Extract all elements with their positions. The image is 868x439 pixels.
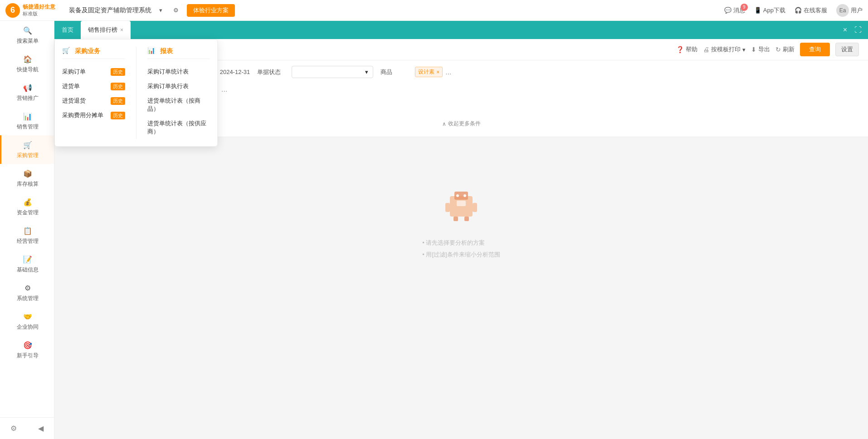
menu-item-purchase-expense-badge: 历史 (111, 112, 125, 119)
goods-tag-close[interactable]: × (436, 69, 439, 75)
purchase-section-title: 🛒 采购业务 (62, 47, 125, 59)
online-service-btn[interactable]: 🎧 在线客服 (795, 6, 827, 15)
sidebar-item-marketing[interactable]: 📢 营销推广 (0, 78, 54, 107)
refresh-btn[interactable]: ↻ 刷新 (775, 45, 795, 54)
purchase-section-icon: 🛒 (62, 47, 71, 56)
menu-item-report-1-label: 采购订单统计表 (147, 68, 189, 76)
menu-item-report-1[interactable]: 采购订单统计表 (147, 64, 210, 79)
guide-icon: 🎯 (23, 340, 33, 350)
menu-item-purchase-incoming-badge: 历史 (111, 83, 125, 90)
avatar: Ea (836, 4, 849, 17)
sidebar-item-inventory[interactable]: 📦 库存核算 (0, 164, 54, 192)
sidebar-item-quick-nav[interactable]: 🏠 快捷导航 (0, 49, 54, 78)
settings-small-btn[interactable]: 设置 (835, 43, 859, 56)
headset-icon: 🎧 (795, 7, 802, 14)
refresh-label: 刷新 (783, 45, 795, 54)
goods-filter: 设计素 × ... (415, 67, 451, 77)
menu-item-report-2[interactable]: 采购订单执行表 (147, 79, 210, 94)
tab-close-btn[interactable]: × (120, 27, 123, 33)
svg-rect-7 (454, 217, 458, 221)
sidebar-item-label-cooperation: 企业协同 (17, 323, 39, 331)
logo-title: 畅捷通好生意 (23, 4, 55, 11)
help-btn[interactable]: ❓ 帮助 (676, 45, 697, 54)
print-dropdown-icon[interactable]: ▾ (742, 46, 746, 53)
header-middle: 装备及固定资产辅助管理系统 ▾ ⚙ 体验行业方案 (60, 4, 724, 17)
header-settings-icon[interactable]: ⚙ (170, 4, 182, 17)
app-download-btn[interactable]: 📱 App下载 (754, 6, 785, 15)
export-btn[interactable]: ⬇ 导出 (751, 45, 770, 54)
logo-icon: 6 (5, 3, 20, 18)
sidebar-item-search[interactable]: 🔍 搜索菜单 (0, 21, 54, 49)
menu-item-purchase-return[interactable]: 进货退货 历史 (62, 94, 125, 108)
goods-dots-btn[interactable]: ... (445, 68, 451, 76)
sidebar-item-system[interactable]: ⚙ 系统管理 (0, 278, 54, 307)
goods-tag: 设计素 × (415, 67, 443, 77)
report-section-title-text: 报表 (160, 47, 173, 55)
window-close-btn[interactable]: × (841, 24, 849, 36)
header-right: 💬 消息 9 📱 App下载 🎧 在线客服 Ea 用户 (724, 4, 863, 17)
help-icon: ❓ (676, 46, 684, 53)
industry-btn[interactable]: 体验行业方案 (187, 4, 235, 17)
svg-rect-8 (464, 217, 469, 221)
inventory-icon: 📦 (23, 168, 33, 178)
app-download-label: App下载 (763, 6, 785, 15)
collapse-label: 收起更多条件 (448, 120, 481, 128)
sidebar-settings-btn[interactable]: ⚙ (7, 422, 20, 434)
empty-hint-1: 请先选择要分析的方案 用[过滤]条件来缩小分析范围 (422, 237, 500, 261)
goods-tag-text: 设计素 (418, 68, 434, 76)
sidebar-item-label-system: 系统管理 (17, 295, 39, 302)
sidebar-item-label-marketing: 营销推广 (17, 94, 39, 102)
tab-sales-rank[interactable]: 销售排行榜 × (81, 21, 131, 39)
sidebar-item-label-sales: 销售管理 (17, 123, 39, 131)
sidebar-item-cooperation[interactable]: 🤝 企业协同 (0, 307, 54, 335)
svg-rect-4 (457, 201, 466, 206)
print-label: 按模板打印 (711, 45, 741, 54)
purchase-dropdown-menu: 🛒 采购业务 采购订单 历史 进货单 历史 进货退货 历史 采购费用分摊单 历史… (54, 39, 218, 147)
empty-state: 请先选择要分析的方案 用[过滤]条件来缩小分析范围 (54, 137, 868, 306)
doc-status-select[interactable]: ▾ (292, 66, 373, 78)
menu-item-purchase-expense[interactable]: 采购费用分摊单 历史 (62, 108, 125, 123)
collapse-icon: ∧ (442, 121, 446, 127)
menu-item-report-2-label: 采购订单执行表 (147, 82, 189, 90)
export-label: 导出 (758, 45, 770, 54)
print-icon: 🖨 (703, 46, 709, 53)
sidebar-item-purchase[interactable]: 🛒 采购管理 (0, 135, 54, 164)
tab-sales-rank-label: 销售排行榜 (88, 26, 117, 34)
print-btn[interactable]: 🖨 按模板打印 ▾ (703, 45, 746, 54)
sidebar-item-finance[interactable]: 💰 资金管理 (0, 192, 54, 221)
menu-item-purchase-incoming[interactable]: 进货单 历史 (62, 79, 125, 94)
search-icon: 🔍 (23, 25, 33, 35)
system-dropdown-btn[interactable]: ▾ (156, 6, 165, 15)
menu-item-purchase-incoming-label: 进货单 (62, 82, 80, 90)
tab-home[interactable]: 首页 (54, 21, 81, 39)
system-title: 装备及固定资产辅助管理系统 (69, 6, 151, 15)
menu-item-purchase-expense-label: 采购费用分摊单 (62, 111, 103, 119)
window-maximize-btn[interactable]: ⛶ (853, 24, 863, 36)
basic-info-icon: 📝 (23, 254, 33, 264)
sales-person-dots-btn[interactable]: ... (221, 85, 227, 94)
message-btn[interactable]: 💬 消息 9 (724, 6, 745, 15)
menu-item-report-3[interactable]: 进货单统计表（按商品） (147, 94, 210, 116)
svg-rect-6 (473, 203, 477, 212)
report-section-icon: 📊 (147, 47, 156, 56)
menu-item-report-4[interactable]: 进货单统计表（按供应商） (147, 116, 210, 139)
operation-icon: 📋 (23, 226, 33, 236)
sidebar-item-basic-info[interactable]: 📝 基础信息 (0, 250, 54, 278)
menu-divider (136, 47, 137, 139)
svg-rect-5 (445, 203, 450, 212)
sidebar-item-guide[interactable]: 🎯 新手引导 (0, 335, 54, 364)
empty-illustration (439, 183, 484, 228)
sidebar-item-label-search: 搜索菜单 (17, 37, 39, 45)
menu-item-purchase-order-label: 采购订单 (62, 68, 86, 76)
tabs-bar: 首页 销售排行榜 × × ⛶ (54, 21, 868, 39)
empty-hint-text-1: 请先选择要分析的方案 (422, 237, 500, 249)
logo-subtitle: 标准版 (23, 10, 55, 17)
menu-item-purchase-order[interactable]: 采购订单 历史 (62, 64, 125, 79)
query-btn[interactable]: 查询 (800, 43, 830, 56)
user-btn[interactable]: Ea 用户 (836, 4, 863, 17)
sidebar-collapse-btn[interactable]: ◀ (34, 422, 47, 434)
message-badge: 9 (741, 4, 748, 11)
logo-area: 6 畅捷通好生意 标准版 (5, 3, 60, 18)
sidebar-item-sales[interactable]: 📊 销售管理 (0, 107, 54, 135)
sidebar-item-operation[interactable]: 📋 经营管理 (0, 221, 54, 250)
